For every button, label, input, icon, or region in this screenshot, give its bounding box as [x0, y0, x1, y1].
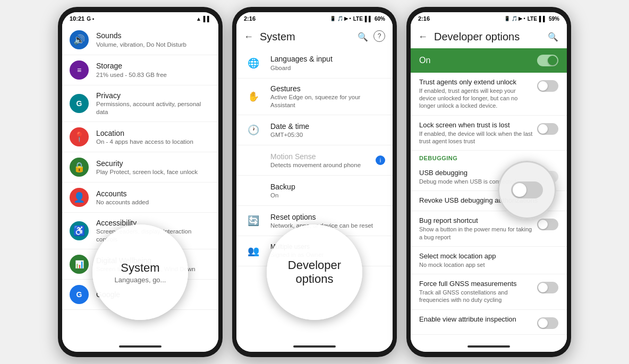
storage-title: Storage: [96, 61, 211, 71]
circle-system-subtitle: Languages, go...: [115, 276, 166, 284]
wifi-icon: ▲: [196, 16, 201, 22]
phone-2: 2:16 📱 🎵 ▶ • LTE ▌▌ 60% ← System 🔍 ? 🌐: [232, 7, 397, 357]
security-icon: 🔒: [70, 158, 89, 177]
gestures-title: Gestures: [270, 84, 385, 93]
view-attribute-title: Enable view attribute inspection: [419, 315, 533, 324]
circle-developer-title: Developer options: [268, 258, 361, 286]
developer-header: ← Developer options 🔍: [411, 25, 567, 48]
battery-2: 60%: [375, 16, 385, 22]
back-button-2[interactable]: ←: [244, 31, 253, 42]
users-icon: 👥: [244, 241, 263, 261]
trust-agents-subtitle: If enabled, trust agents will keep your …: [419, 87, 533, 110]
signal-icon: ▌▌: [203, 16, 211, 22]
time-3: 2:16: [418, 15, 430, 22]
magnifier-usb-toggle: [498, 161, 556, 219]
languages-title: Languages & input: [270, 54, 385, 64]
signal-3: ▌▌: [539, 16, 547, 22]
settings-item-privacy[interactable]: G Privacy Permissions, account activity,…: [62, 85, 218, 122]
status-bar-3: 2:16 📱 🎵 ▶ • LTE ▌▌ 59%: [411, 12, 567, 25]
system-item-gestures[interactable]: ✋ Gestures Active Edge on, squeeze for y…: [236, 79, 393, 115]
home-indicator-1: [119, 345, 162, 348]
notification-icons-3: 📱 🎵 ▶ •: [504, 16, 525, 21]
accounts-subtitle: No accounts added: [96, 198, 211, 206]
mock-location-title: Select mock location app: [419, 252, 558, 261]
security-title: Security: [96, 159, 211, 168]
storage-icon: ≡: [70, 60, 89, 80]
trust-agents-toggle[interactable]: [537, 80, 558, 92]
storage-subtitle: 21% used - 50.83 GB free: [96, 71, 211, 79]
system-item-motion-sense[interactable]: ⚙ Motion Sense Detects movement around p…: [236, 145, 393, 176]
reset-icon: 🔄: [244, 211, 263, 230]
dev-item-trust-agents[interactable]: Trust agents only extend unlock If enabl…: [411, 73, 567, 116]
security-subtitle: Play Protect, screen lock, face unlock: [96, 168, 211, 176]
settings-item-location[interactable]: 📍 Location On - 4 apps have access to lo…: [62, 122, 218, 152]
back-button-3[interactable]: ←: [418, 31, 428, 42]
system-header: ← System 🔍 ?: [236, 25, 393, 48]
motion-sense-badge: i: [376, 155, 385, 165]
privacy-title: Privacy: [96, 91, 211, 100]
dev-item-mock-location[interactable]: Select mock location app No mock locatio…: [411, 247, 567, 274]
gnss-subtitle: Track all GNSS constellations and freque…: [419, 289, 533, 304]
backup-title: Backup: [270, 182, 385, 192]
gnss-title: Force full GNSS measurements: [419, 280, 533, 289]
help-button-2[interactable]: ?: [373, 30, 385, 42]
settings-item-sounds[interactable]: 🔊 Sounds Volume, vibration, Do Not Distu…: [62, 25, 218, 55]
home-indicator-2: [293, 345, 336, 348]
sounds-subtitle: Volume, vibration, Do Not Disturb: [96, 41, 211, 49]
dev-item-bug-report[interactable]: Bug report shortcut Show a button in the…: [411, 211, 567, 246]
lock-screen-toggle[interactable]: [537, 123, 558, 135]
digital-wellbeing-icon: 📊: [70, 255, 89, 274]
datetime-title: Date & time: [270, 122, 385, 131]
languages-icon: 🌐: [244, 54, 263, 73]
developer-toggle[interactable]: [537, 55, 558, 66]
datetime-subtitle: GMT+05:30: [270, 131, 385, 139]
settings-item-security[interactable]: 🔒 Security Play Protect, screen lock, fa…: [62, 152, 218, 183]
phone-3: 2:16 📱 🎵 ▶ • LTE ▌▌ 59% ← Developer opti…: [406, 7, 571, 357]
battery-3: 59%: [549, 16, 559, 22]
accounts-title: Accounts: [96, 189, 211, 198]
time-1: 10:21: [70, 15, 84, 22]
time-2: 2:16: [244, 15, 256, 22]
gestures-subtitle: Active Edge on, squeeze for your Assista…: [270, 93, 385, 109]
dev-item-view-attribute[interactable]: Enable view attribute inspection: [411, 310, 567, 335]
gnss-toggle[interactable]: [537, 282, 558, 293]
system-item-datetime[interactable]: 🕐 Date & time GMT+05:30: [236, 115, 393, 145]
motion-sense-subtitle: Detects movement around phone: [270, 161, 368, 169]
developer-title: Developer options: [434, 31, 540, 43]
lte-2: LTE: [353, 16, 363, 22]
motion-sense-icon: ⚙: [244, 151, 263, 170]
location-title: Location: [96, 128, 211, 138]
dev-item-lock-screen[interactable]: Lock screen when trust is lost If enable…: [411, 116, 567, 151]
status-bar-2: 2:16 📱 🎵 ▶ • LTE ▌▌ 60%: [236, 12, 393, 25]
notification-icons-2: 📱 🎵 ▶ •: [330, 16, 351, 21]
debugging-section-label: DEBUGGING: [411, 151, 567, 163]
system-title: System: [260, 31, 350, 43]
accessibility-icon: ♿: [70, 221, 89, 240]
system-item-languages[interactable]: 🌐 Languages & input Gboard: [236, 48, 393, 79]
location-icon: 📍: [70, 127, 89, 146]
on-label: On: [419, 56, 430, 65]
search-button-3[interactable]: 🔍: [547, 30, 559, 43]
status-icons-1: G ▪: [87, 16, 94, 22]
search-button-2[interactable]: 🔍: [356, 30, 369, 43]
mock-location-subtitle: No mock location app set: [419, 261, 558, 268]
backup-subtitle: On: [270, 192, 385, 200]
bottom-bar-2: [236, 341, 393, 352]
reset-title: Reset options: [270, 212, 385, 222]
dev-item-gnss[interactable]: Force full GNSS measurements Track all G…: [411, 274, 567, 309]
system-item-backup[interactable]: ☁ Backup On: [236, 176, 393, 206]
datetime-icon: 🕐: [244, 120, 263, 140]
settings-item-accounts[interactable]: 👤 Accounts No accounts added: [62, 183, 218, 213]
lock-screen-title: Lock screen when trust is lost: [419, 121, 533, 130]
usb-toggle-enlarged[interactable]: [511, 181, 543, 198]
bug-report-subtitle: Show a button in the power menu for taki…: [419, 226, 533, 241]
google-icon: G: [70, 285, 89, 304]
privacy-icon: G: [70, 94, 89, 113]
settings-item-storage[interactable]: ≡ Storage 21% used - 50.83 GB free: [62, 55, 218, 85]
dev-item-debug-app[interactable]: Select debug app: [411, 335, 567, 342]
magnifier-system: System Languages, go...: [92, 224, 188, 320]
bug-report-title: Bug report shortcut: [419, 216, 533, 226]
bug-report-toggle[interactable]: [537, 219, 558, 230]
view-attribute-toggle[interactable]: [537, 317, 558, 329]
trust-agents-title: Trust agents only extend unlock: [419, 78, 533, 87]
